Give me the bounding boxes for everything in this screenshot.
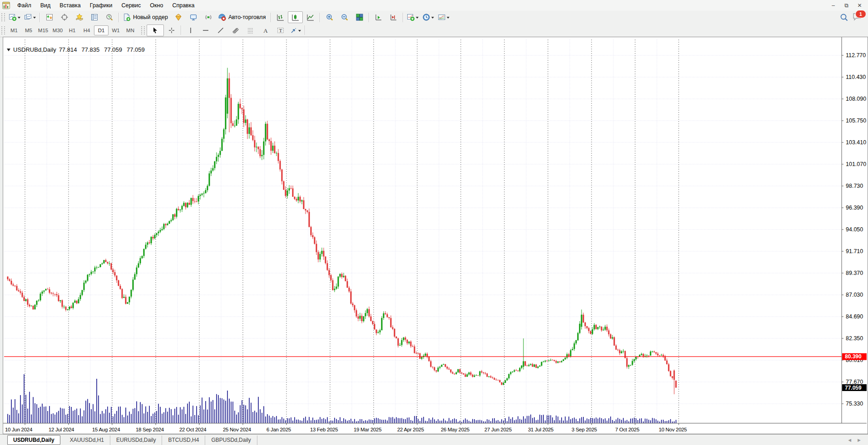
menu-item-1[interactable]: Вид: [36, 0, 55, 10]
svg-text:10 Jun 2024: 10 Jun 2024: [5, 427, 33, 432]
indicators-button[interactable]: [405, 11, 420, 23]
chart-tab-0[interactable]: USDRUBd,Daily: [7, 435, 60, 445]
tile-windows-button[interactable]: [352, 11, 367, 23]
metaquotes-app-icon: [189, 13, 197, 21]
chart-tab-4[interactable]: GBPUSDd,Daily: [205, 435, 257, 445]
terminal-button[interactable]: [87, 11, 102, 23]
svg-text:75.330: 75.330: [846, 401, 863, 407]
notifications-button[interactable]: 1: [853, 12, 863, 22]
chart-tab-3[interactable]: BTCUSD,H4: [162, 435, 205, 445]
auto-scroll-button[interactable]: [371, 11, 386, 23]
svg-text:98.730: 98.730: [846, 183, 863, 189]
timeframe-m15[interactable]: M15: [36, 25, 50, 35]
timeframe-mn[interactable]: MN: [123, 25, 138, 35]
candlestick-chart-type-button[interactable]: [288, 11, 303, 23]
crosshair-tool-button[interactable]: [164, 24, 179, 36]
svg-text:110.430: 110.430: [846, 74, 866, 80]
chart-window[interactable]: 112.770110.430108.090105.750103.410101.0…: [3, 37, 868, 434]
chart-shift-icon: [390, 13, 398, 21]
time-axis[interactable]: 10 Jun 202412 Jul 202415 Aug 202418 Sep …: [5, 423, 687, 432]
chevron-down-icon: [416, 17, 419, 20]
close-value: 77.059: [127, 46, 145, 53]
timeframe-w1[interactable]: W1: [108, 25, 123, 35]
chart-shift-button[interactable]: [386, 11, 401, 23]
svg-text:T: T: [279, 27, 282, 33]
close-button[interactable]: ✕: [853, 1, 866, 10]
restore-button[interactable]: ⧉: [840, 1, 853, 10]
menu-item-4[interactable]: Сервис: [117, 0, 146, 10]
line-chart-type-button[interactable]: [303, 11, 318, 23]
market-watch-button[interactable]: [42, 11, 57, 23]
menu-item-0[interactable]: Файл: [13, 0, 36, 10]
svg-text:103.410: 103.410: [846, 139, 866, 146]
new-chart-button[interactable]: [7, 11, 22, 23]
minimize-button[interactable]: –: [827, 1, 840, 10]
svg-text:6 Jan 2025: 6 Jan 2025: [266, 427, 291, 432]
svg-text:87.030: 87.030: [846, 292, 863, 298]
bar-chart-type-button[interactable]: [273, 11, 288, 23]
toolbar-separator: [118, 13, 119, 22]
menu-item-3[interactable]: Графики: [85, 0, 117, 10]
chart-profiles-button[interactable]: [22, 11, 38, 23]
horizontal-line-tool-button[interactable]: [198, 24, 213, 36]
new-order-button[interactable]: Новый ордер: [121, 11, 171, 23]
templates-button[interactable]: [436, 11, 451, 23]
menu-items: ФайлВидВставкаГрафикиСервисОкноСправка: [13, 0, 199, 10]
toolbar-grip[interactable]: [1, 13, 5, 21]
periods-button[interactable]: [420, 11, 436, 23]
toolbar-separator: [369, 13, 369, 22]
toolbar-grip[interactable]: [141, 26, 145, 34]
timeframe-m5[interactable]: M5: [21, 25, 36, 35]
price-chart[interactable]: 112.770110.430108.090105.750103.410101.0…: [3, 37, 867, 433]
timeframe-d1[interactable]: D1: [94, 25, 108, 35]
tab-scroll-right-icon[interactable]: ►: [857, 437, 862, 443]
strategy-tester-button[interactable]: [102, 11, 117, 23]
chart-menu-icon[interactable]: [7, 49, 10, 53]
trendline-tool-button[interactable]: [213, 24, 228, 36]
menu-item-5[interactable]: Окно: [145, 0, 168, 10]
text-tool-button[interactable]: A: [258, 24, 273, 36]
timeframe-h1[interactable]: H1: [65, 25, 79, 35]
new-order-label: Новый ордер: [132, 14, 169, 20]
autotrading-button[interactable]: Авто-торговля: [216, 11, 269, 23]
metaeditor-icon: [174, 13, 182, 21]
autotrading-label: Авто-торговля: [227, 14, 267, 20]
metaeditor-button[interactable]: [171, 11, 186, 23]
equidistant-channel-tool-button[interactable]: [228, 24, 243, 36]
menu-item-6[interactable]: Справка: [168, 0, 199, 10]
autotrading-icon: [218, 13, 226, 21]
toolbar-grip[interactable]: [1, 26, 5, 34]
metaquotes-app-button[interactable]: [186, 11, 201, 23]
vertical-line-tool-button[interactable]: [183, 24, 198, 36]
toolbar-separator: [403, 13, 403, 22]
zoom-in-button[interactable]: [322, 11, 337, 23]
cursor-tool-button[interactable]: [147, 24, 164, 36]
data-window-button[interactable]: [57, 11, 72, 23]
chart-tab-1[interactable]: XAUUSDd,H1: [64, 435, 110, 445]
toolbar-timeframes-tools: M1M5M15M30H1H4D1W1MN: [0, 24, 868, 37]
navigator-icon: [75, 13, 84, 21]
text-label-tool-button[interactable]: T: [273, 24, 288, 36]
templates-icon: [438, 13, 446, 21]
fibonacci-tool-button[interactable]: [243, 24, 258, 36]
strategy-tester-icon: [105, 13, 113, 21]
menu-item-2[interactable]: Вставка: [55, 0, 85, 10]
zoom-out-button[interactable]: [337, 11, 352, 23]
arrow-shapes-icon: [290, 27, 297, 34]
search-icon[interactable]: [839, 13, 849, 22]
chart-ohlc-values: 77.814 77.835 77.059 77.059: [59, 46, 145, 53]
chart-tab-2[interactable]: EURUSDd,Daily: [110, 435, 162, 445]
timeframe-m30[interactable]: M30: [50, 25, 65, 35]
news-radar-button[interactable]: [201, 11, 216, 23]
svg-text:26 May 2025: 26 May 2025: [441, 427, 469, 432]
tab-scroll-left-icon[interactable]: ◄: [847, 437, 852, 443]
navigator-button[interactable]: [72, 11, 87, 23]
timeframe-h4[interactable]: H4: [79, 25, 94, 35]
line-chart-type-icon: [306, 13, 315, 21]
trendline-icon: [217, 27, 224, 34]
timeframe-buttons: M1M5M15M30H1H4D1W1MN: [7, 25, 138, 35]
high-value: 77.835: [81, 46, 99, 53]
chevron-down-icon: [431, 17, 434, 20]
timeframe-m1[interactable]: M1: [7, 25, 21, 35]
arrow-shapes-button[interactable]: [288, 24, 303, 36]
